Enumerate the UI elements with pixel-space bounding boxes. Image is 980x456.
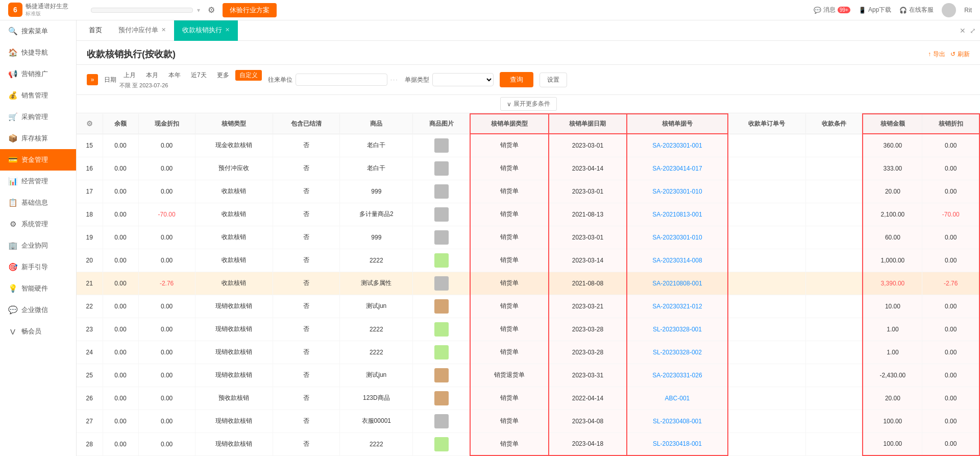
td-receipt-condition: [805, 157, 863, 180]
sidebar-item-enterprise[interactable]: 🏢 企业协同: [0, 235, 76, 256]
td-product-img: [413, 341, 470, 364]
export-button[interactable]: ↑ 导出: [928, 50, 945, 59]
date-opt-custom[interactable]: 自定义: [235, 70, 262, 81]
col-settings-icon[interactable]: ⚙: [86, 119, 93, 128]
date-range-text: 不限 至 2023-07-26: [119, 82, 262, 89]
filter-partner-input[interactable]: [296, 74, 387, 86]
gear-button[interactable]: ⚙: [204, 3, 218, 17]
td-bill-no[interactable]: SA-20230314-008: [627, 249, 727, 272]
td-bill-date: 2023-04-08: [549, 410, 627, 433]
table-header-row: ⚙ 余额 现金折扣 核销类型 包含已结清 商品 商品图片 核销单据类型 核销单据…: [77, 114, 979, 134]
sidebar-item-basic-info[interactable]: 📋 基础信息: [0, 192, 76, 213]
expand-more-btn[interactable]: ∨ 展开更多条件: [500, 97, 557, 111]
td-product-img: [413, 203, 470, 226]
main-layout: 🔍 搜索菜单 🏠 快捷导航 📢 营销推广 💰 销售管理 🛒 采购管理 📦 库存核…: [0, 20, 980, 456]
message-item[interactable]: 💬 消息 99+: [814, 6, 850, 14]
sidebar-item-finance[interactable]: 💳 资金管理: [0, 149, 76, 171]
filter-date-label: 日期: [104, 76, 116, 84]
bill-no-link[interactable]: SA-20230301-001: [652, 142, 702, 149]
tab-home[interactable]: 首页: [81, 20, 110, 41]
td-bill-no[interactable]: SA-20230301-001: [627, 134, 727, 157]
td-bill-no[interactable]: SA-20230301-010: [627, 226, 727, 249]
td-included-settled: 否: [273, 295, 340, 318]
tab-maximize-icon[interactable]: ⤢: [970, 27, 976, 35]
td-receipt-order-no: [728, 134, 806, 157]
tab-writeoff[interactable]: 收款核销执行 ✕: [174, 20, 238, 41]
td-bill-no[interactable]: SA-20210813-001: [627, 203, 727, 226]
td-bill-no[interactable]: SA-20230331-026: [627, 364, 727, 387]
sidebar-item-sales[interactable]: 💰 销售管理: [0, 85, 76, 106]
sidebar-item-member[interactable]: V 畅会员: [0, 321, 76, 342]
td-id: 18: [77, 203, 103, 226]
td-writeoff-discount: 0.00: [922, 433, 979, 455]
tab-prepay[interactable]: 预付冲应付单 ✕: [110, 20, 174, 41]
td-bill-no[interactable]: SL-20230328-001: [627, 318, 727, 341]
td-bill-no[interactable]: SL-20230418-001: [627, 433, 727, 455]
td-bill-no[interactable]: SL-20230408-001: [627, 410, 727, 433]
settings-button[interactable]: 设置: [540, 73, 567, 87]
bill-no-link[interactable]: SL-20230408-001: [653, 418, 702, 425]
td-product-img: [413, 295, 470, 318]
bill-no-link[interactable]: SA-20230331-026: [652, 372, 702, 379]
bill-no-link[interactable]: SL-20230328-001: [653, 326, 702, 333]
online-service-item[interactable]: 🎧 在线客服: [899, 6, 934, 14]
date-opt-this-month[interactable]: 本月: [142, 70, 162, 81]
td-bill-date: 2023-04-14: [549, 157, 627, 180]
industry-btn[interactable]: 休验行业方案: [223, 3, 277, 17]
tab-close-prepay[interactable]: ✕: [161, 27, 166, 33]
td-bill-no[interactable]: SL-20230328-002: [627, 341, 727, 364]
date-opt-more[interactable]: 更多: [213, 70, 233, 81]
th-included-settled: 包含已结清: [273, 114, 340, 134]
td-product-img: [413, 433, 470, 455]
bill-no-link[interactable]: SA-20230321-012: [652, 303, 702, 310]
th-settings[interactable]: ⚙: [77, 114, 103, 134]
bill-no-link[interactable]: SL-20230418-001: [653, 440, 702, 447]
sidebar-item-beginner[interactable]: 🎯 新手引导: [0, 256, 76, 278]
sidebar-item-hardware[interactable]: 💡 智能硬件: [0, 278, 76, 299]
date-opt-7days[interactable]: 近7天: [187, 70, 211, 81]
bill-no-link[interactable]: ABC-001: [665, 395, 690, 402]
filter-expand-button[interactable]: »: [87, 74, 98, 85]
date-opt-this-year[interactable]: 本年: [164, 70, 185, 81]
bill-no-link[interactable]: SA-20210808-001: [652, 280, 702, 287]
td-bill-no[interactable]: ABC-001: [627, 387, 727, 410]
table-row: 20 0.00 0.00 收款核销 否 2222 销货单 2023-03-14 …: [77, 249, 979, 272]
user-avatar[interactable]: [942, 3, 956, 17]
td-bill-no[interactable]: SA-20230321-012: [627, 295, 727, 318]
td-receipt-condition: [805, 295, 863, 318]
bill-no-link[interactable]: SA-20230314-008: [652, 257, 702, 264]
sidebar-item-marketing[interactable]: 📢 营销推广: [0, 63, 76, 85]
filter-bill-type-select[interactable]: [432, 73, 494, 86]
sidebar-item-quicknav[interactable]: 🏠 快捷导航: [0, 42, 76, 63]
td-included-settled: 否: [273, 387, 340, 410]
td-bill-no[interactable]: SA-20230414-017: [627, 157, 727, 180]
bill-no-link[interactable]: SA-20230301-010: [652, 234, 702, 241]
bill-no-link[interactable]: SA-20230414-017: [652, 165, 702, 172]
sidebar-item-inventory[interactable]: 📦 库存核算: [0, 128, 76, 149]
bill-no-link[interactable]: SA-20230301-010: [652, 188, 702, 195]
td-id: 15: [77, 134, 103, 157]
sidebar-item-system[interactable]: ⚙ 系统管理: [0, 213, 76, 235]
td-bill-no[interactable]: SA-20210808-001: [627, 272, 727, 295]
sidebar-item-operations[interactable]: 📊 经营管理: [0, 171, 76, 192]
user-name[interactable]: Rit: [964, 7, 972, 14]
td-product: 123D商品: [340, 387, 413, 410]
tab-close-writeoff[interactable]: ✕: [225, 27, 230, 33]
query-button[interactable]: 查询: [500, 72, 533, 87]
tab-close-all-icon[interactable]: ✕: [960, 27, 966, 35]
td-bill-no[interactable]: SA-20230301-010: [627, 180, 727, 203]
td-product-img: [413, 318, 470, 341]
app-download-item[interactable]: 📱 App下载: [859, 6, 891, 14]
bill-no-link[interactable]: SA-20210813-001: [652, 211, 702, 218]
refresh-button[interactable]: ↺ 刷新: [950, 50, 970, 59]
sidebar-item-wechat[interactable]: 💬 企业微信: [0, 299, 76, 321]
sidebar-item-purchase[interactable]: 🛒 采购管理: [0, 106, 76, 128]
th-bill-no: 核销单据号: [627, 114, 727, 134]
td-included-settled: 否: [273, 249, 340, 272]
sidebar-item-search[interactable]: 🔍 搜索菜单: [0, 20, 76, 42]
td-balance: 0.00: [103, 295, 138, 318]
service-icon: 🎧: [899, 7, 907, 14]
date-opt-last-month[interactable]: 上月: [119, 70, 140, 81]
table-row: 23 0.00 0.00 现销收款核销 否 2222 销货单 2023-03-2…: [77, 318, 979, 341]
bill-no-link[interactable]: SL-20230328-002: [653, 349, 702, 356]
